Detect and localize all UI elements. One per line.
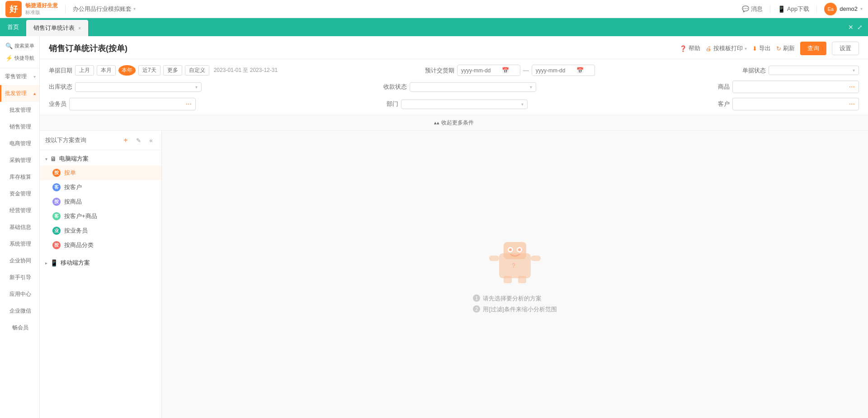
payment-status-chevron-icon: ▾ — [530, 85, 532, 90]
this-year-btn[interactable]: 本年 — [118, 65, 136, 76]
this-month-btn[interactable]: 本月 — [97, 65, 116, 76]
goods-select-wrap[interactable]: ··· — [732, 81, 859, 93]
last-month-btn[interactable]: 上月 — [75, 65, 94, 76]
plan-edit-icon[interactable]: ✎ — [133, 135, 143, 145]
collapse-bar[interactable]: ▴▴ 收起更多条件 — [40, 115, 868, 131]
sidebar-item-enterprise[interactable]: 企业协同 — [0, 252, 39, 269]
ship-status-select-wrap[interactable]: ▾ — [75, 82, 202, 92]
sidebar-item-retail-arrow: ▾ — [33, 74, 36, 79]
tree-item-by-order[interactable]: 按 按单 — [40, 166, 161, 180]
sidebar-item-inventory[interactable]: 库存核算 — [0, 169, 39, 185]
tab-home-label: 首页 — [7, 23, 19, 31]
sidebar-top: 🔍 搜索菜单 ⚡ 快捷导航 — [0, 36, 39, 68]
sidebar-item-appstore[interactable]: 应用中心 — [0, 286, 39, 303]
print-label: 按模板打印 — [713, 44, 743, 52]
svg-rect-1 — [504, 242, 526, 259]
sidebar-item-purchase[interactable]: 采购管理 — [0, 152, 39, 169]
mobile-group: ▸ 📱 移动端方案 — [40, 254, 161, 271]
pc-group-label[interactable]: ▾ 🖥 电脑端方案 — [40, 152, 161, 166]
sidebar-item-appstore-label: 应用中心 — [9, 290, 31, 298]
expected-date-start-input[interactable] — [461, 67, 502, 74]
tree-item-by-goods[interactable]: 按 按商品 — [40, 195, 161, 209]
svg-text:?: ? — [512, 262, 515, 269]
user-chevron-icon: ▾ — [860, 6, 863, 11]
by-customer-goods-icon: 客 — [52, 212, 61, 220]
robot-svg: ? — [486, 235, 544, 285]
page-actions: ❓ 帮助 🖨 按模板打印 ▾ ⬇ 导出 ↻ 刷新 查询 设置 — [679, 42, 859, 55]
by-order-icon: 按 — [52, 169, 61, 177]
order-status-select-wrap[interactable]: ▾ — [769, 66, 859, 75]
calendar-start-icon: 📅 — [502, 67, 509, 74]
sidebar-item-retail[interactable]: 零售管理 ▾ — [0, 68, 39, 85]
sidebar-item-system-label: 系统管理 — [9, 240, 31, 248]
tab-maximize-icon[interactable]: ⤢ — [857, 24, 863, 31]
tab-home[interactable]: 首页 — [0, 18, 26, 36]
customer-select-wrap[interactable]: ··· — [732, 98, 859, 110]
svg-point-5 — [518, 248, 521, 251]
by-goods-label: 按商品 — [64, 198, 82, 206]
filter-area: 单据日期 上月 本月 本年 近7天 更多 自定义 2023-01-01 至 20… — [40, 59, 868, 115]
filter-date-section: 单据日期 上月 本月 本年 近7天 更多 自定义 2023-01-01 至 20… — [49, 65, 278, 76]
salesman-select-wrap[interactable]: ··· — [69, 98, 196, 110]
dept-chevron-icon: ▾ — [521, 102, 524, 107]
app-selector[interactable]: 办公用品行业模拟账套 ▾ — [73, 5, 136, 13]
expected-date-start[interactable]: 📅 — [457, 65, 520, 76]
content-area: 销售订单统计表(按单) ❓ 帮助 🖨 按模板打印 ▾ ⬇ 导出 ↻ 刷新 — [40, 36, 868, 418]
tree-item-by-customer-goods[interactable]: 客 按客户+商品 — [40, 209, 161, 223]
order-status-chevron-icon: ▾ — [853, 68, 855, 73]
sidebar-item-wholesale[interactable]: 批发管理 ▴ — [0, 85, 39, 102]
custom-date-btn[interactable]: 自定义 — [185, 65, 209, 76]
sidebar-item-operation[interactable]: 经营管理 — [0, 202, 39, 219]
export-label: 导出 — [759, 44, 771, 52]
print-chevron-icon: ▾ — [745, 46, 747, 51]
sidebar-item-wholesale-label: 批发管理 — [5, 90, 27, 97]
payment-status-select-wrap[interactable]: ▾ — [410, 82, 536, 92]
expected-date-end[interactable]: 📅 — [532, 65, 595, 76]
print-button[interactable]: 🖨 按模板打印 ▾ — [706, 44, 747, 52]
tab-close-icon[interactable]: × — [78, 25, 81, 31]
sidebar-quick-item[interactable]: ⚡ 快捷导航 — [0, 52, 39, 64]
by-customer-icon: 客 — [52, 183, 61, 191]
search-icon: 🔍 — [5, 43, 13, 49]
user-profile[interactable]: Ea demo2 ▾ — [824, 3, 863, 15]
brand-text: 畅捷通好生意 标准版 — [25, 2, 58, 16]
pc-group-icon: 🖥 — [50, 155, 57, 162]
sidebar-search-item[interactable]: 🔍 搜索菜单 — [0, 40, 39, 52]
refresh-button[interactable]: ↻ 刷新 — [776, 44, 795, 52]
sidebar-item-basic[interactable]: 基础信息 — [0, 219, 39, 236]
query-button[interactable]: 查询 — [800, 42, 826, 55]
message-action[interactable]: 💬 消息 — [742, 5, 763, 13]
export-button[interactable]: ⬇ 导出 — [752, 44, 771, 52]
mobile-group-label[interactable]: ▸ 📱 移动端方案 — [40, 256, 161, 270]
sidebar-item-system[interactable]: 系统管理 — [0, 236, 39, 252]
tab-sales-order[interactable]: 销售订单统计表 × — [26, 20, 88, 36]
plan-add-icon[interactable]: + — [121, 135, 131, 145]
last7-btn[interactable]: 近7天 — [138, 65, 160, 76]
sidebar-item-marketing-label: 批发管理 — [9, 106, 31, 114]
tree-item-by-customer[interactable]: 客 按客户 — [40, 180, 161, 195]
dept-select-wrap[interactable]: ▾ — [401, 100, 528, 109]
tree-item-by-salesman[interactable]: 业 按业务员 — [40, 223, 161, 238]
sidebar-item-sales[interactable]: 销售管理 — [0, 119, 39, 135]
tab-close-all-icon[interactable]: ✕ — [848, 24, 854, 31]
date-dash: — — [523, 67, 529, 74]
expected-date-end-input[interactable] — [536, 67, 576, 74]
logo: 好 — [5, 1, 22, 17]
help-button[interactable]: ❓ 帮助 — [679, 44, 700, 52]
sidebar-item-guide[interactable]: 新手引导 — [0, 269, 39, 286]
plan-collapse-icon[interactable]: « — [146, 135, 156, 145]
more-date-btn[interactable]: 更多 — [163, 65, 182, 76]
sidebar-item-ecommerce[interactable]: 电商管理 — [0, 135, 39, 152]
plan-tree-actions: + ✎ « — [121, 135, 156, 145]
salesman-dots-icon: ··· — [186, 100, 192, 108]
app-download-action[interactable]: 📱 App下载 — [778, 5, 809, 13]
sidebar-item-wechat[interactable]: 企业微信 — [0, 303, 39, 319]
sidebar-item-member[interactable]: 畅会员 — [0, 319, 39, 336]
by-salesman-label: 按业务员 — [64, 227, 88, 235]
tree-item-by-category[interactable]: 按 按商品分类 — [40, 238, 161, 252]
tabbar: 首页 销售订单统计表 × ✕ ⤢ — [0, 18, 868, 36]
setting-button[interactable]: 设置 — [832, 42, 859, 55]
sidebar-item-finance[interactable]: 资金管理 — [0, 185, 39, 202]
sidebar-item-marketing[interactable]: 批发管理 — [0, 102, 39, 119]
pc-group: ▾ 🖥 电脑端方案 按 按单 客 按客户 按 按商 — [40, 150, 161, 254]
